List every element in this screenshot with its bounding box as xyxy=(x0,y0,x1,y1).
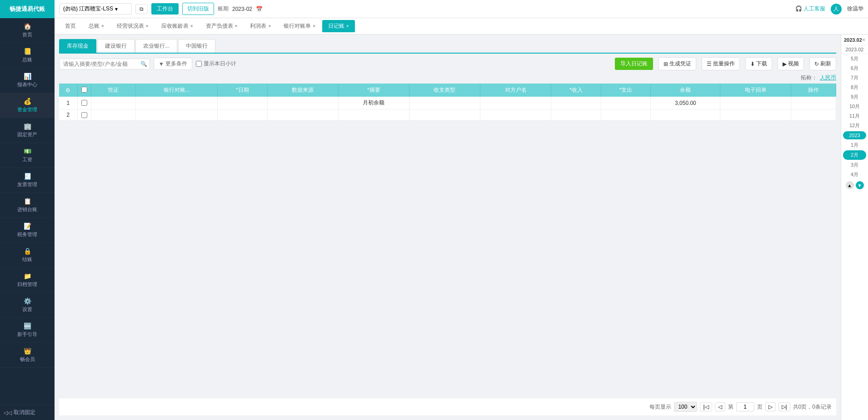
period-month-4[interactable]: 4月 xyxy=(841,170,868,179)
tab-gl-close[interactable]: × xyxy=(101,24,104,29)
copy-button[interactable]: ⧉ xyxy=(135,4,148,14)
period-month-11[interactable]: 11月 xyxy=(841,111,868,121)
capital-icon: 💰 xyxy=(24,98,31,105)
period-month-7[interactable]: 7月 xyxy=(841,73,868,83)
closing-icon: 🔒 xyxy=(24,247,31,255)
period-month-6[interactable]: 6月 xyxy=(841,64,868,73)
sidebar-item-sales-ledger[interactable]: 📋 进销台账 xyxy=(0,193,55,218)
period-month-8[interactable]: 8月 xyxy=(841,83,868,92)
row1-checkbox[interactable] xyxy=(81,100,87,106)
period-2023-02-top: 2023.02 xyxy=(841,45,868,54)
period-nav-up[interactable]: ▲ xyxy=(846,181,854,189)
bank-tab-construction[interactable]: 建设银行 xyxy=(97,39,135,53)
period-month-9[interactable]: 9月 xyxy=(841,92,868,102)
page-input[interactable] xyxy=(736,402,754,411)
period-nav-down[interactable]: ▼ xyxy=(856,181,864,189)
company-selector[interactable]: (勿动) 江西赣宝-LSS ▾ xyxy=(59,3,132,15)
sidebar-item-invoice[interactable]: 🧾 发票管理 xyxy=(0,168,55,193)
tab-receivables[interactable]: 应收账龄表 × xyxy=(155,20,199,32)
period-panel-close-btn[interactable]: × xyxy=(862,36,866,43)
bank-tab-china[interactable]: 中国银行 xyxy=(178,39,215,53)
sidebar-item-salary[interactable]: 💵 工资 xyxy=(0,143,55,168)
tab-general-ledger[interactable]: 总账 × xyxy=(83,20,110,32)
tab-recv-close[interactable]: × xyxy=(190,24,193,29)
search-input[interactable] xyxy=(59,59,150,69)
sidebar-item-closing[interactable]: 🔒 结账 xyxy=(0,243,55,268)
tab-profit[interactable]: 利润表 × xyxy=(244,20,277,32)
row2-expense xyxy=(601,109,651,121)
col-e-bill: 电子回单 xyxy=(720,84,791,97)
period-calendar-icon[interactable]: 📅 xyxy=(256,6,263,12)
period-value: 2023-02 xyxy=(232,6,252,12)
sidebar-item-member[interactable]: 👑 畅会员 xyxy=(0,343,55,368)
sidebar-item-tax[interactable]: 📝 税务管理 xyxy=(0,218,55,243)
tab-bank-label: 银行对账单 xyxy=(284,22,311,30)
download-button[interactable]: ⬇ 下载 xyxy=(745,57,772,70)
sidebar-item-settings[interactable]: ⚙️ 设置 xyxy=(0,293,55,318)
show-daily-total-checkbox[interactable] xyxy=(196,61,202,67)
bank-tab-cash[interactable]: 库存现金 xyxy=(59,39,96,53)
per-page-select[interactable]: 100 50 200 xyxy=(674,402,697,412)
tab-bank-statement[interactable]: 银行对账单 × xyxy=(278,20,321,32)
video-button[interactable]: ▶ 视频 xyxy=(778,57,804,70)
sidebar-label-tax: 税务管理 xyxy=(17,231,37,238)
currency-value[interactable]: 人民币 xyxy=(820,74,836,82)
period-month-12[interactable]: 12月 xyxy=(841,121,868,130)
row2-checkbox[interactable] xyxy=(81,112,87,118)
tab-journal-close[interactable]: × xyxy=(346,24,349,29)
col-settings[interactable]: ⚙ xyxy=(59,84,77,97)
col-counterpart: 对方户名 xyxy=(480,84,551,97)
tab-assets-liabilities[interactable]: 资产负债表 × xyxy=(200,20,244,32)
period-month-3[interactable]: 3月 xyxy=(841,160,868,170)
customer-service-link[interactable]: 🎧 人工客服 xyxy=(795,5,825,13)
period-nav: ▲ ▼ xyxy=(841,179,868,191)
tab-bs-close[interactable]: × xyxy=(146,24,149,29)
show-daily-total-label[interactable]: 显示本日小计 xyxy=(196,60,236,68)
batch-op-button[interactable]: ☰ 批量操作 xyxy=(702,57,740,70)
period-month-1[interactable]: 1月 xyxy=(841,140,868,150)
next-page-btn[interactable]: ▷ xyxy=(765,402,776,411)
prev-page-btn[interactable]: ◁ xyxy=(715,402,725,411)
period-month-10[interactable]: 10月 xyxy=(841,102,868,111)
sidebar-item-capital[interactable]: 💰 资金管理 xyxy=(0,93,55,118)
filter-button[interactable]: ▼ 更多条件 xyxy=(154,58,192,70)
old-version-button[interactable]: 切到旧版 xyxy=(182,3,214,15)
tab-bank-close[interactable]: × xyxy=(313,24,315,29)
col-data-source: 数据来源 xyxy=(267,84,338,97)
col-check[interactable] xyxy=(77,84,91,97)
check-all-checkbox[interactable] xyxy=(81,87,87,93)
period-month-5[interactable]: 5月 xyxy=(841,54,868,64)
bank-tab-agricultural[interactable]: 农业银行... xyxy=(135,39,177,53)
unpin-button[interactable]: ◁◁ 取消固定 xyxy=(0,405,55,420)
generate-voucher-button[interactable]: ⊞ 生成凭证 xyxy=(658,57,696,70)
topbar: (勿动) 江西赣宝-LSS ▾ ⧉ 工作台 切到旧版 账期 2023-02 📅 … xyxy=(55,0,868,18)
archive-icon: 📁 xyxy=(24,272,31,280)
refresh-button[interactable]: ↻ 刷新 xyxy=(809,57,836,70)
row1-check[interactable] xyxy=(77,97,91,109)
currency-label: 拓称： xyxy=(801,74,817,82)
import-button[interactable]: 导入日记账 xyxy=(615,58,653,70)
tab-al-close[interactable]: × xyxy=(235,24,238,29)
first-page-btn[interactable]: |◁ xyxy=(700,402,712,411)
tab-journal[interactable]: 日记账 × xyxy=(322,20,355,32)
tab-business-status[interactable]: 经营状况表 × xyxy=(111,20,155,32)
filter-label: 更多条件 xyxy=(165,60,187,68)
period-month-2[interactable]: 2月 xyxy=(843,150,866,160)
tab-profit-close[interactable]: × xyxy=(268,24,271,29)
sidebar-item-archive[interactable]: 📁 归档管理 xyxy=(0,268,55,293)
sidebar-item-home[interactable]: 🏠 首页 xyxy=(0,18,55,43)
bank-tabs: 库存现金 建设银行 农业银行... 中国银行 xyxy=(59,39,836,54)
last-page-btn[interactable]: ▷| xyxy=(778,402,790,411)
sidebar-item-reports[interactable]: 📊 报表中心 xyxy=(0,68,55,93)
batch-icon: ☰ xyxy=(707,61,712,67)
per-page-label: 每页显示 xyxy=(649,403,671,411)
workbench-button[interactable]: 工作台 xyxy=(151,3,179,15)
search-wrap: 🔍 xyxy=(59,59,150,69)
row2-check[interactable] xyxy=(77,109,91,121)
sidebar-item-guide[interactable]: 🆕 新手引导 xyxy=(0,318,55,343)
copy-icon: ⧉ xyxy=(140,6,144,12)
row1-bank-match xyxy=(135,97,217,109)
sidebar-item-general-ledger[interactable]: 📒 总账 xyxy=(0,43,55,68)
sidebar-item-fixed-assets[interactable]: 🏢 固定资产 xyxy=(0,118,55,143)
tab-home[interactable]: 首页 xyxy=(59,20,82,32)
